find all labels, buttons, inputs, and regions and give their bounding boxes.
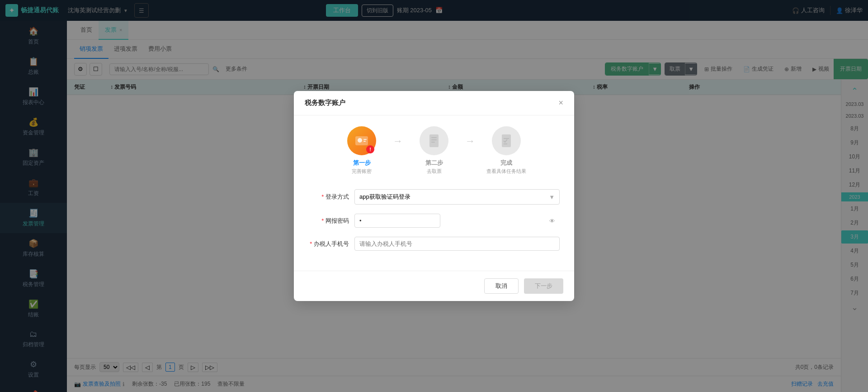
svg-rect-5	[431, 137, 437, 138]
modal-close-button[interactable]: ×	[558, 98, 563, 108]
step-arrow-1: →	[389, 126, 407, 147]
svg-rect-2	[363, 139, 367, 140]
login-method-label: * 登录方式	[308, 193, 349, 201]
net-pwd-input[interactable]	[354, 214, 440, 228]
login-method-select[interactable]: app获取验证码登录 ▼	[354, 189, 560, 205]
required-star-3: *	[310, 240, 312, 247]
taxpayer-phone-label: * 办税人手机号	[308, 240, 349, 248]
svg-point-1	[358, 138, 362, 143]
step-3-desc: 查看具体任务结果	[486, 168, 526, 175]
modal-body: ! 第一步 完善账密 →	[294, 115, 574, 271]
login-method-dropdown-icon: ▼	[549, 194, 555, 201]
required-star-2: *	[321, 217, 324, 224]
login-method-row: * 登录方式 app获取验证码登录 ▼	[308, 189, 560, 205]
modal-footer: 取消 下一步	[294, 271, 574, 301]
modal-overlay: 税务数字账户 × !	[0, 0, 868, 392]
step-3-icon	[492, 126, 521, 155]
step-1-icon: !	[347, 126, 376, 155]
checklist-svg	[498, 133, 514, 149]
modal-form: * 登录方式 app获取验证码登录 ▼ * 网报密码	[308, 189, 560, 251]
document-svg	[426, 133, 442, 149]
step-1-label: 第一步	[353, 159, 371, 167]
required-star-1: *	[321, 193, 324, 200]
next-button[interactable]: 下一步	[524, 278, 563, 294]
step-3-label: 完成	[500, 159, 512, 167]
taxpayer-phone-input[interactable]	[354, 237, 560, 251]
step-1-badge: !	[366, 145, 374, 153]
step-2-icon	[420, 126, 448, 155]
tax-digital-account-modal: 税务数字账户 × !	[294, 91, 574, 301]
password-eye-icon[interactable]: 👁	[549, 217, 555, 224]
step-arrow-2: →	[461, 126, 479, 147]
modal-header: 税务数字账户 ×	[294, 91, 574, 115]
step-3: 完成 查看具体任务结果	[479, 126, 533, 175]
step-2-label: 第二步	[425, 159, 443, 167]
steps-indicator: ! 第一步 完善账密 →	[308, 126, 560, 175]
step-1: ! 第一步 完善账密	[335, 126, 389, 175]
step-2: 第二步 去取票	[407, 126, 461, 175]
svg-rect-7	[431, 142, 435, 143]
net-pwd-wrap: 👁	[354, 214, 560, 228]
cancel-button[interactable]: 取消	[484, 278, 519, 294]
svg-rect-6	[431, 139, 437, 140]
modal-title: 税务数字账户	[305, 99, 345, 107]
step-1-desc: 完善账密	[352, 168, 372, 175]
svg-rect-4	[429, 134, 439, 147]
login-method-value: app获取验证码登录	[359, 193, 410, 201]
net-pwd-label: * 网报密码	[308, 217, 349, 225]
taxpayer-phone-row: * 办税人手机号	[308, 237, 560, 251]
step-2-desc: 去取票	[427, 168, 442, 175]
svg-rect-3	[363, 141, 366, 142]
net-pwd-row: * 网报密码 👁	[308, 214, 560, 228]
